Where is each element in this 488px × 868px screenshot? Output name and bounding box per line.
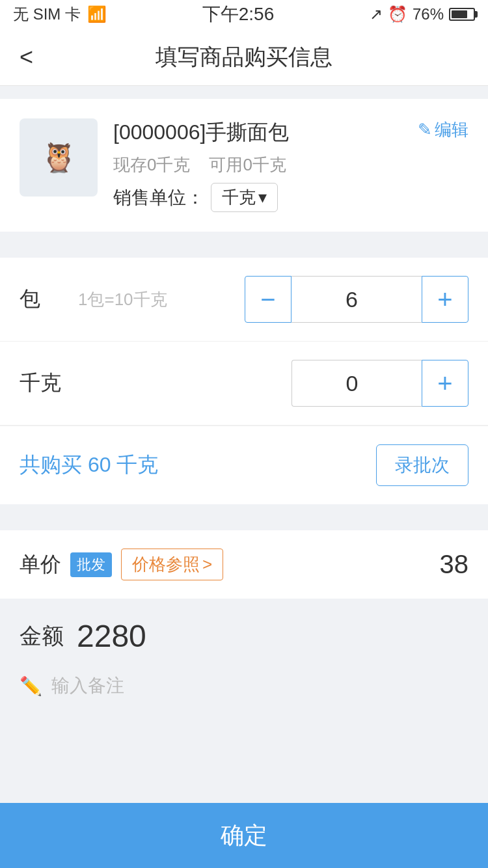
- status-time: 下午2:56: [202, 2, 275, 27]
- price-section: 单价 批发 价格参照 > 38: [0, 530, 488, 599]
- price-ref-arrow: >: [202, 554, 212, 575]
- kg-quantity-controls: +: [291, 360, 468, 407]
- status-right: ↗ ⏰ 76%: [370, 5, 475, 23]
- total-text: 共购买 60 千克: [20, 451, 158, 480]
- product-thumbnail: 🦉: [20, 118, 98, 197]
- bag-hint: 1包=10千克: [78, 288, 245, 311]
- total-row: 共购买 60 千克 录批次: [0, 426, 488, 504]
- bag-quantity-controls: − +: [245, 276, 468, 323]
- bag-minus-button[interactable]: −: [245, 276, 291, 323]
- section-divider-1: [0, 232, 488, 245]
- price-label: 单价: [20, 550, 61, 579]
- product-card: 🦉 [0000006]手撕面包 现存0千克 可用0千克 销售单位： 千克 ▾ ✎…: [0, 99, 488, 232]
- confirm-button[interactable]: 确定: [0, 803, 488, 868]
- confirm-label: 确定: [221, 820, 267, 852]
- kg-label: 千克: [20, 369, 72, 398]
- quantity-section: 包 1包=10千克 − + 千克 + 共购买 60 千克: [0, 258, 488, 504]
- remark-icon: ✏️: [20, 675, 42, 697]
- carrier-label: 无 SIM 卡: [13, 4, 81, 25]
- price-left: 单价 批发 价格参照 >: [20, 549, 223, 580]
- amount-label: 金额: [20, 621, 64, 651]
- status-bar: 无 SIM 卡 📶 下午2:56 ↗ ⏰ 76%: [0, 0, 488, 29]
- back-button[interactable]: <: [20, 44, 33, 71]
- total-amount: 60: [88, 453, 111, 476]
- status-left: 无 SIM 卡 📶: [13, 4, 107, 25]
- remark-row[interactable]: ✏️ 输入备注: [20, 667, 468, 705]
- total-unit: 千克: [116, 453, 158, 476]
- available-label: 可用0千克: [209, 155, 286, 174]
- edit-button[interactable]: ✎ 编辑: [418, 118, 468, 141]
- nav-bar: < 填写商品购买信息: [0, 29, 488, 86]
- price-ref-button[interactable]: 价格参照 >: [121, 549, 223, 580]
- amount-section: 金额 2280 ✏️ 输入备注: [0, 599, 488, 718]
- bag-quantity-row: 包 1包=10千克 − +: [0, 258, 488, 342]
- battery-icon: [449, 8, 475, 21]
- kg-quantity-row: 千克 +: [0, 342, 488, 426]
- product-info: [0000006]手撕面包 现存0千克 可用0千克 销售单位： 千克 ▾: [113, 118, 402, 212]
- kg-plus-button[interactable]: +: [422, 360, 468, 407]
- bag-plus-button[interactable]: +: [422, 276, 468, 323]
- section-divider-2: [0, 504, 488, 517]
- kg-quantity-input[interactable]: [291, 360, 422, 407]
- wifi-icon: 📶: [87, 5, 107, 23]
- bag-label: 包: [20, 285, 72, 314]
- stock-label: 现存0千克: [113, 155, 190, 174]
- remark-placeholder: 输入备注: [51, 673, 124, 698]
- battery-fill: [452, 10, 467, 18]
- unit-label: 销售单位：: [113, 185, 204, 210]
- edit-label: 编辑: [435, 118, 468, 141]
- price-ref-label: 价格参照: [132, 553, 200, 576]
- unit-value: 千克: [222, 186, 256, 209]
- amount-value: 2280: [77, 618, 146, 654]
- product-stock: 现存0千克 可用0千克: [113, 154, 402, 176]
- product-card-right: ✎ 编辑: [418, 118, 468, 141]
- product-name: [0000006]手撕面包: [113, 118, 402, 147]
- unit-dropdown-icon: ▾: [258, 187, 267, 208]
- batch-button[interactable]: 录批次: [376, 444, 468, 486]
- page-title: 填写商品购买信息: [156, 42, 332, 72]
- total-label: 共购买: [20, 453, 82, 476]
- unit-select[interactable]: 千克 ▾: [211, 183, 278, 212]
- location-icon: ↗: [370, 5, 383, 23]
- edit-icon: ✎: [418, 120, 432, 140]
- product-unit-row: 销售单位： 千克 ▾: [113, 183, 402, 212]
- price-row: 单价 批发 价格参照 > 38: [20, 549, 468, 580]
- amount-row: 金额 2280: [20, 618, 468, 654]
- alarm-icon: ⏰: [388, 5, 407, 23]
- battery-label: 76%: [413, 5, 444, 23]
- product-thumb-icon: 🦉: [41, 141, 77, 174]
- price-value: 38: [440, 550, 469, 579]
- bag-quantity-input[interactable]: [291, 276, 422, 323]
- batch-tag: 批发: [70, 552, 112, 577]
